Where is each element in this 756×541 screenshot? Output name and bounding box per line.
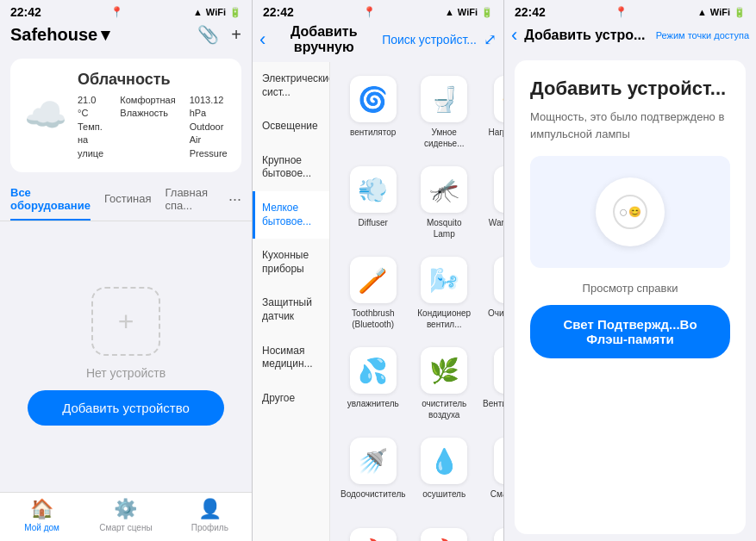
device-item[interactable]: 📻Youting <box>479 521 503 541</box>
device-item[interactable]: 🪥Toothbrush (Bluetooth) <box>337 250 409 337</box>
status-bar-1: 22:42 📍 ▲ WiFi 🔋 <box>0 0 252 21</box>
time-2: 22:42 <box>263 5 294 19</box>
search-devices-label[interactable]: Поиск устройст... <box>382 33 477 47</box>
device-item[interactable]: 🌿очиститель воздуха <box>412 340 476 427</box>
device-icon-box: 💡 <box>494 438 503 484</box>
cat-small-appliances[interactable]: Мелкое бытовое... <box>253 191 329 239</box>
device-icon-box: 📦 <box>494 347 503 394</box>
device-name: Водоочиститель <box>341 488 405 500</box>
device-icon-box: 🔥 <box>421 528 467 541</box>
nav-item-scenes[interactable]: ⚙️ Смарт сцены <box>84 498 167 532</box>
tab-all-equipment[interactable]: Все оборудование <box>10 179 91 221</box>
device-icon-box: 📻 <box>494 528 503 541</box>
device-indicator-icon: ○ <box>619 203 628 221</box>
device-item[interactable]: 🚽Умное сиденье... <box>412 69 476 156</box>
confirm-flash-button[interactable]: Свет Подтвержд...Во Флэш-памяти <box>530 305 730 358</box>
device-name: осушитель <box>422 488 465 500</box>
back-button-3[interactable]: ‹ <box>511 24 517 47</box>
device-name: очиститель воздуха <box>415 398 472 420</box>
device-name: вентилятор <box>350 127 396 138</box>
profile-nav-icon: 👤 <box>198 498 222 520</box>
pressure-label: Outdoor Air Pressure <box>190 121 228 159</box>
cat-other[interactable]: Другое <box>253 382 329 416</box>
location-icon-2: 📍 <box>363 6 376 18</box>
chevron-down-icon: ▾ <box>101 24 109 45</box>
tab-more[interactable]: ··· <box>228 190 241 208</box>
device-item[interactable]: 🔆Нагреватель в Ванн... <box>479 69 503 156</box>
status-icons-2: ▲ WiFi 🔋 <box>445 7 493 18</box>
device-item[interactable]: 🌀вентилятор <box>337 69 409 156</box>
expand-icon[interactable]: ⤢ <box>484 30 497 49</box>
device-icon-box: 🪥 <box>350 257 397 303</box>
device-grid: 🌀вентилятор🚽Умное сиденье...🔆Нагреватель… <box>330 62 503 541</box>
device-name: Diffuser <box>359 217 388 228</box>
cat-kitchen[interactable]: Кухонные приборы <box>253 239 329 286</box>
scenes-nav-label: Смарт сцены <box>99 523 152 532</box>
home-header: Safehouse ▾ 📎 + <box>0 21 252 52</box>
humidity-label: Влажность <box>120 108 168 118</box>
device-name: Очистка робот <box>488 308 503 319</box>
cat-wearable[interactable]: Носимая медицин... <box>253 334 329 382</box>
clip-icon[interactable]: 📎 <box>197 24 219 45</box>
tab-main-spa[interactable]: Главная спа... <box>165 179 215 221</box>
device-name: увлажнитель <box>347 398 399 409</box>
device-icon-box: 🦟 <box>421 166 467 213</box>
nav-item-profile[interactable]: 👤 Профиль <box>168 498 252 532</box>
device-item[interactable]: 🤖Очистка робот <box>479 250 503 337</box>
temp-stat: 21.0 °C Темп. на улице <box>78 94 106 160</box>
tab-living-room[interactable]: Гостиная <box>104 185 152 214</box>
weather-info: Облачность 21.0 °C Темп. на улице Комфор… <box>78 71 228 160</box>
weather-label: Облачность <box>78 71 228 89</box>
device-icon-box: 🕯️ <box>494 166 503 213</box>
device-smiley-icon: 😊 <box>628 206 641 218</box>
device-item[interactable]: 🌬️Кондиционер вентил... <box>412 250 476 337</box>
add-device-button[interactable]: Добавить устройство <box>28 390 224 426</box>
add-device-header: ‹ Добавить устро... Режим точки доступа <box>504 21 756 53</box>
pressure-stat: 1013.12 hPa Outdoor Air Pressure <box>190 94 228 160</box>
signal-icon: ▲ <box>193 7 203 17</box>
cat-lighting[interactable]: Освещение <box>253 109 329 144</box>
time-3: 22:42 <box>515 5 546 19</box>
device-item[interactable]: 🔥Обогреватели (Bluetooth) <box>412 521 476 541</box>
device-icon-box: 💨 <box>350 166 397 213</box>
home-title[interactable]: Safehouse ▾ <box>10 24 109 45</box>
device-icon-box: 🚽 <box>421 76 467 122</box>
add-device-card-desc: Мощность, это было подтверждено в импуль… <box>530 109 730 142</box>
battery-icon-3: 🔋 <box>734 7 746 18</box>
device-item[interactable]: 💨Diffuser <box>337 159 409 246</box>
back-button-2[interactable]: ‹ <box>259 28 266 51</box>
device-name: Вентиляционный бл... <box>483 398 503 420</box>
cat-security[interactable]: Защитный датчик <box>253 286 329 333</box>
signal-icon-3: ▲ <box>697 7 707 17</box>
device-name: Toothbrush (Bluetooth) <box>341 308 405 330</box>
device-circle: ○ 😊 <box>596 177 665 246</box>
profile-nav-label: Профиль <box>191 523 228 532</box>
device-name: Кондиционер вентил... <box>415 308 472 330</box>
battery-icon: 🔋 <box>229 7 241 18</box>
cat-large-appliances[interactable]: Крупное бытовое... <box>253 144 329 191</box>
device-item[interactable]: 🕯️Warming Table <box>479 159 503 246</box>
status-icons-1: ▲ WiFi 🔋 <box>193 7 241 18</box>
location-icon: 📍 <box>110 6 123 18</box>
device-item[interactable]: 💧осушитель <box>412 431 476 518</box>
weather-stats: 21.0 °C Темп. на улице Комфортная Влажно… <box>78 94 228 160</box>
device-item[interactable]: 📦Вентиляционный бл... <box>479 340 503 427</box>
device-icon-box: 🚿 <box>350 438 397 484</box>
nav-item-home[interactable]: 🏠 Мой дом <box>0 498 84 532</box>
wifi-icon-2: WiFi <box>458 7 478 17</box>
access-point-button[interactable]: Режим точки доступа <box>656 30 749 40</box>
temp-value: 21.0 °C <box>78 95 96 118</box>
device-item[interactable]: 💡Смарт-лампа дл... <box>479 431 503 518</box>
add-icon[interactable]: + <box>231 25 241 45</box>
cat-electrical[interactable]: Электрические сист... <box>253 62 329 109</box>
empty-devices-text: Нет устройств <box>86 366 166 380</box>
location-icon-3: 📍 <box>615 6 628 18</box>
device-item[interactable]: 💦увлажнитель <box>337 340 409 427</box>
device-name: Mosquito Lamp <box>415 217 472 239</box>
device-item[interactable]: 🦟Mosquito Lamp <box>412 159 476 246</box>
status-bar-3: 22:42 📍 ▲ WiFi 🔋 <box>504 0 756 21</box>
device-item[interactable]: 🔥Обогреватели <box>337 521 409 541</box>
device-item[interactable]: 🚿Водоочиститель <box>337 431 409 518</box>
room-tabs: Все оборудование Гостиная Главная спа...… <box>0 179 252 221</box>
status-bar-2: 22:42 📍 ▲ WiFi 🔋 <box>253 0 503 21</box>
